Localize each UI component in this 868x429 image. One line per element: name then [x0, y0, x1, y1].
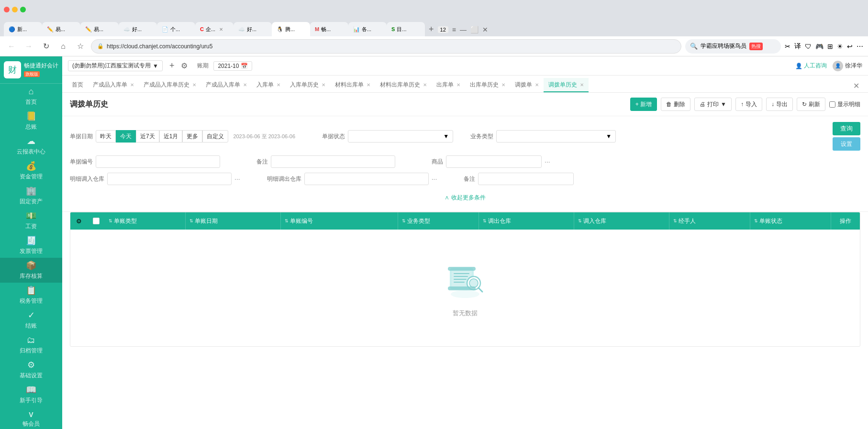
tab-storage-in-history-close[interactable]: ✕ — [322, 82, 325, 88]
undo-icon[interactable]: ↩ — [847, 43, 853, 50]
sidebar-item-closing[interactable]: ✓ 结账 — [0, 308, 62, 332]
th-type[interactable]: ⇅ 单账类型 — [105, 212, 186, 230]
tab-storage-in[interactable]: 入库单 ✕ — [252, 78, 285, 92]
import-button[interactable]: ↑ 导入 — [735, 98, 762, 111]
tab-transfer-close[interactable]: ✕ — [535, 82, 539, 88]
number-input[interactable] — [96, 155, 220, 168]
sidebar-item-guide[interactable]: 📖 新手引导 — [0, 382, 62, 407]
brightness-icon[interactable]: ☀ — [837, 43, 843, 50]
bookmark-button[interactable]: ☆ — [74, 40, 87, 53]
browser-tab-active[interactable]: 🐧 腾... — [272, 22, 310, 36]
tab-storage-in-close[interactable]: ✕ — [277, 82, 280, 88]
sidebar-item-archive[interactable]: 🗂 归档管理 — [0, 332, 62, 357]
date-btn-custom[interactable]: 自定义 — [202, 130, 228, 143]
browser-tab-g[interactable]: 📊 各... — [348, 22, 387, 36]
goods-dots[interactable]: ··· — [545, 158, 550, 165]
delete-button[interactable]: 🗑 删除 — [661, 98, 690, 111]
sidebar-item-invoice[interactable]: 🧾 发票管理 — [0, 233, 62, 258]
back-button[interactable]: ← — [5, 40, 18, 53]
scissors-icon[interactable]: ✂ — [785, 43, 790, 50]
sidebar-item-inventory[interactable]: 📦 库存核算 — [0, 258, 62, 283]
in-warehouse-dots[interactable]: ··· — [234, 175, 240, 183]
date-btn-7days[interactable]: 近7天 — [136, 130, 159, 143]
th-status[interactable]: ⇅ 单账状态 — [750, 212, 831, 230]
date-btn-yesterday[interactable]: 昨天 — [96, 130, 116, 143]
browser-tab-s[interactable]: S 目... — [387, 22, 425, 36]
export-button[interactable]: ↓ 导出 — [766, 98, 793, 111]
note-input[interactable] — [271, 155, 395, 168]
sidebar-item-fixed-assets[interactable]: 🏢 固定资产 — [0, 183, 62, 208]
sidebar-item-settings[interactable]: ⚙ 基础设置 — [0, 357, 62, 382]
settings-gear-icon[interactable]: ⚙ — [181, 61, 188, 70]
th-check[interactable] — [88, 218, 105, 224]
collapse-button[interactable]: ∧ 收起更多条件 — [439, 192, 491, 204]
browser-menu-icon[interactable]: ≡ — [452, 26, 456, 33]
game-icon[interactable]: 🎮 — [815, 43, 823, 50]
th-gear[interactable]: ⚙ — [70, 218, 88, 225]
tab-transfer-history[interactable]: 调拨单历史 ✕ — [544, 78, 589, 92]
tab-product-in[interactable]: 产成品入库单 ✕ — [88, 78, 139, 92]
refresh-action-button[interactable]: ↻ 刷新 — [797, 98, 825, 111]
th-in-warehouse[interactable]: ⇅ 调入仓库 — [574, 212, 669, 230]
display-detail-checkbox-label[interactable]: 显示明细 — [829, 100, 860, 109]
company-selector[interactable]: (勿删勿禁用)江西服宝测试专用 ▼ — [68, 60, 163, 71]
biz-type-select[interactable]: ▼ — [496, 130, 616, 143]
period-value[interactable]: 2021-10 📅 — [213, 61, 252, 71]
sidebar-item-payroll[interactable]: 💵 工资 — [0, 208, 62, 233]
sidebar-item-ledger[interactable]: 📒 总账 — [0, 109, 62, 133]
query-button[interactable]: 查询 — [833, 122, 860, 135]
tab-material-out-history-close[interactable]: ✕ — [423, 82, 427, 88]
service-button[interactable]: 👤 人工咨询 — [795, 62, 827, 70]
browser-tab-m[interactable]: M 畅... — [310, 22, 348, 36]
user-profile[interactable]: 👤 徐泽华 — [833, 61, 862, 71]
tab-material-out[interactable]: 材料出库单 ✕ — [330, 78, 375, 92]
date-btn-more[interactable]: 更多 — [182, 130, 202, 143]
new-tab-button[interactable]: + — [429, 24, 434, 34]
sidebar-item-home[interactable]: ⌂ 首页 — [0, 84, 62, 109]
more-icon[interactable]: ⋯ — [857, 43, 863, 50]
search-bar[interactable]: 🔍 学霸应聘场驱鸟员 热搜 — [685, 39, 781, 54]
sidebar-item-cloud-report[interactable]: ☁ 云报表中心 — [0, 133, 62, 158]
home-button[interactable]: ⌂ — [56, 40, 70, 53]
tab-transfer[interactable]: 调拨单 ✕ — [510, 78, 544, 92]
browser-tab-7[interactable]: ☁️ 好... — [234, 22, 272, 36]
add-company-button[interactable]: + — [167, 59, 177, 73]
tab-product-in-2[interactable]: 产成品入库单 ✕ — [201, 78, 252, 92]
select-all-checkbox[interactable] — [93, 218, 100, 224]
translate-icon[interactable]: 译 — [794, 42, 801, 51]
browser-tab-4[interactable]: ☁️ 好... — [119, 22, 157, 36]
sidebar-item-member[interactable]: V 畅会员 — [0, 407, 62, 429]
sidebar-item-finance[interactable]: 💰 资金管理 — [0, 158, 62, 183]
refresh-button[interactable]: ↻ — [39, 40, 53, 53]
browser-tab-6[interactable]: C 企... ✕ — [195, 22, 234, 36]
tab-out-history-close[interactable]: ✕ — [501, 82, 505, 88]
print-button[interactable]: 🖨 打印 ▼ — [694, 98, 732, 111]
tab-out[interactable]: 出库单 ✕ — [432, 78, 465, 92]
tab-bar-close-all[interactable]: ✕ — [849, 81, 863, 90]
in-warehouse-input[interactable] — [107, 173, 232, 185]
status-select[interactable]: ▼ — [348, 130, 453, 143]
browser-tab-3[interactable]: ✏️ 易... — [80, 22, 119, 36]
browser-tab-1[interactable]: 🔵 新... — [4, 22, 42, 36]
backup-input[interactable] — [478, 173, 574, 185]
grid-icon[interactable]: ⊞ — [827, 43, 833, 50]
tab-product-in-2-close[interactable]: ✕ — [243, 82, 247, 88]
browser-tab-5[interactable]: 📄 个... — [157, 22, 195, 36]
setting-button[interactable]: 设置 — [833, 137, 860, 151]
sidebar-item-tax[interactable]: 📋 税务管理 — [0, 283, 62, 308]
shield-icon[interactable]: 🛡 — [805, 43, 812, 50]
display-detail-checkbox[interactable] — [829, 101, 835, 108]
out-warehouse-input[interactable] — [304, 173, 429, 185]
tab-material-out-close[interactable]: ✕ — [367, 82, 370, 88]
forward-button[interactable]: → — [22, 40, 35, 53]
browser-tab-6-close[interactable]: ✕ — [219, 27, 223, 32]
tab-product-in-close[interactable]: ✕ — [130, 82, 134, 88]
minimize-icon[interactable]: — — [460, 26, 467, 33]
date-btn-1month[interactable]: 近1月 — [159, 130, 183, 143]
out-warehouse-dots[interactable]: ··· — [432, 175, 437, 183]
th-date[interactable]: ⇅ 单账日期 — [186, 212, 281, 230]
tab-material-out-history[interactable]: 材料出库单历史 ✕ — [375, 78, 432, 92]
browser-tab-2[interactable]: ✏️ 易... — [42, 22, 80, 36]
new-record-button[interactable]: + 新增 — [630, 98, 657, 111]
maximize-icon[interactable]: ⬜ — [470, 26, 479, 33]
